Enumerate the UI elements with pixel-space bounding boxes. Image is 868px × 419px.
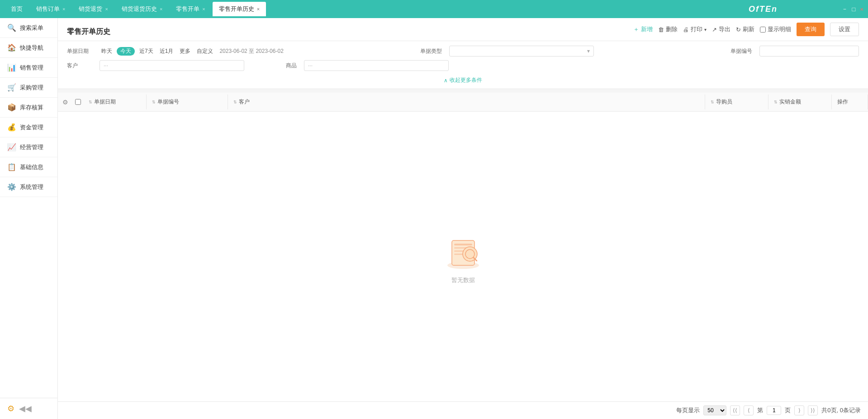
per-page-label: 每页显示: [676, 406, 700, 414]
date-opt-today[interactable]: 今天: [117, 47, 135, 56]
goods-input[interactable]: ···: [304, 60, 449, 71]
print-dropdown-icon: ▾: [704, 27, 707, 32]
print-label: 打印: [691, 25, 702, 33]
print-button[interactable]: 🖨 打印 ▾: [683, 25, 707, 33]
query-button[interactable]: 查询: [797, 23, 825, 36]
nav-tab-label: 销货退货: [79, 5, 102, 13]
nav-tab-return-history[interactable]: 销货退货历史 ×: [115, 2, 169, 16]
nav-tabs: 首页 销售订单 × 销货退货 × 销货退货历史 × 零售开单 × 零售开单历史 …: [5, 2, 842, 16]
th-amount[interactable]: ⇅ 实销金额: [768, 94, 832, 109]
filter-row-1: 单据日期 昨天 今天 近7天 近1月 更多 自定义 2023-06-02 至 2…: [67, 46, 859, 56]
sidebar-item-label: 库存核算: [20, 104, 43, 112]
sort-icon: ⇅: [711, 100, 714, 104]
trend-icon: 📈: [7, 143, 16, 151]
sidebar-item-operations[interactable]: 📈 经营管理: [0, 137, 57, 157]
window-close-button[interactable]: ×: [860, 6, 863, 13]
clipboard-icon: 📋: [7, 163, 16, 171]
sidebar-item-label: 经营管理: [20, 143, 43, 151]
th-salesperson[interactable]: ⇅ 导购员: [705, 94, 768, 109]
refresh-button[interactable]: ↻ 刷新: [736, 25, 754, 33]
nav-tab-home[interactable]: 首页: [5, 2, 29, 16]
box-icon: 📦: [7, 103, 16, 112]
th-date-label: 单据日期: [94, 98, 116, 106]
select-all-checkbox[interactable]: [75, 99, 81, 105]
customer-input[interactable]: ···: [100, 60, 244, 71]
toolbar: ＋ 新增 🗑 删除 🖨 打印 ▾ ↗ 导出 ↻ 刷新: [633, 23, 859, 41]
nav-tab-sales-order[interactable]: 销售订单 ×: [30, 2, 71, 16]
plus-icon: ＋: [633, 25, 639, 33]
sort-icon: ⇅: [233, 100, 237, 104]
add-button[interactable]: ＋ 新增: [633, 25, 653, 33]
filter-row-2: 客户 ··· 商品 ···: [67, 60, 859, 71]
date-opt-more[interactable]: 更多: [178, 47, 192, 56]
nav-tab-label: 零售开单: [176, 5, 199, 13]
print-icon: 🖨: [683, 26, 689, 33]
next-page-btn[interactable]: ⟩: [794, 405, 804, 415]
gear-icon: ⚙️: [7, 183, 16, 191]
home-icon: 🏠: [7, 43, 16, 52]
sidebar-item-purchase[interactable]: 🛒 采购管理: [0, 78, 57, 98]
th-customer[interactable]: ⇅ 客户: [228, 94, 705, 109]
search-icon: 🔍: [7, 24, 16, 32]
th-date[interactable]: ⇅ 单据日期: [83, 94, 147, 109]
doc-no-input[interactable]: [759, 46, 859, 56]
nav-tab-return[interactable]: 销货退货 ×: [72, 2, 114, 16]
close-icon[interactable]: ×: [105, 6, 108, 12]
pagination: 每页显示 50 100 200 ⟨⟨ ⟨ 第 页 ⟩ ⟩⟩ 共0页, 0条记录: [58, 401, 868, 419]
date-opt-yesterday[interactable]: 昨天: [100, 47, 114, 56]
maximize-button[interactable]: □: [852, 6, 856, 13]
export-icon: ↗: [712, 26, 717, 33]
sidebar-item-basic[interactable]: 📋 基础信息: [0, 157, 57, 177]
export-button[interactable]: ↗ 导出: [712, 25, 730, 33]
delete-button[interactable]: 🗑 删除: [658, 25, 678, 33]
export-label: 导出: [719, 25, 730, 33]
date-opt-1month[interactable]: 近1月: [158, 47, 175, 56]
close-icon[interactable]: ×: [62, 6, 65, 12]
page-input[interactable]: [767, 406, 781, 415]
th-salesperson-label: 导购员: [716, 98, 732, 106]
main-layout: 🔍 搜索采单 🏠 快捷导航 📊 销售管理 🛒 采购管理 📦 库存核算 💰 资金管…: [0, 18, 868, 419]
nav-tab-label: 首页: [11, 5, 23, 13]
close-icon[interactable]: ×: [257, 6, 260, 12]
display-detail-input[interactable]: [760, 27, 766, 33]
sidebar-item-sales[interactable]: 📊 销售管理: [0, 58, 57, 78]
sidebar-item-system[interactable]: ⚙️ 系统管理: [0, 177, 57, 197]
sidebar-item-finance[interactable]: 💰 资金管理: [0, 118, 57, 137]
empty-svg: [441, 229, 486, 274]
display-detail-checkbox[interactable]: 显示明细: [760, 25, 791, 33]
th-docno-label: 单据编号: [157, 98, 179, 106]
first-page-btn[interactable]: ⟨⟨: [730, 405, 740, 415]
customer-dots: ···: [104, 62, 108, 69]
nav-tab-retail-history[interactable]: 零售开单历史 ×: [213, 2, 266, 16]
minimize-button[interactable]: －: [842, 5, 848, 13]
page-title: 零售开单历史: [67, 27, 110, 37]
close-icon[interactable]: ×: [202, 6, 205, 12]
dropdown-icon: ▾: [587, 48, 590, 54]
settings-button[interactable]: 设置: [830, 23, 859, 36]
column-settings-icon[interactable]: ⚙: [62, 99, 68, 106]
settings-gear-icon[interactable]: ⚙: [7, 404, 14, 414]
close-icon[interactable]: ×: [160, 6, 162, 12]
sort-icon: ⇅: [152, 100, 156, 104]
sidebar-item-inventory[interactable]: 📦 库存核算: [0, 98, 57, 118]
date-opt-custom[interactable]: 自定义: [195, 47, 215, 56]
sidebar-item-nav[interactable]: 🏠 快捷导航: [0, 38, 57, 58]
nav-tab-retail-open[interactable]: 零售开单 ×: [170, 2, 211, 16]
doc-type-select[interactable]: ▾: [449, 46, 594, 56]
collapse-arrow-icon[interactable]: ◀◀: [19, 404, 32, 414]
prev-page-btn[interactable]: ⟨: [744, 405, 754, 415]
table-body: 暂无数据: [58, 112, 868, 401]
chart-icon: 📊: [7, 63, 16, 72]
last-page-btn[interactable]: ⟩⟩: [808, 405, 818, 415]
display-detail-label: 显示明细: [768, 25, 791, 33]
per-page-select[interactable]: 50 100 200: [703, 405, 726, 415]
collapse-bar[interactable]: ∧ 收起更多条件: [67, 75, 859, 84]
date-opt-7days[interactable]: 近7天: [138, 47, 155, 56]
th-docno[interactable]: ⇅ 单据编号: [147, 94, 228, 109]
sidebar: 🔍 搜索采单 🏠 快捷导航 📊 销售管理 🛒 采购管理 📦 库存核算 💰 资金管…: [0, 18, 58, 419]
sidebar-item-label: 资金管理: [20, 123, 43, 132]
date-filter-label: 单据日期: [67, 47, 92, 55]
total-label: 共0页, 0条记录: [821, 406, 861, 414]
empty-illustration: [441, 229, 486, 276]
sidebar-item-search[interactable]: 🔍 搜索采单: [0, 18, 57, 38]
